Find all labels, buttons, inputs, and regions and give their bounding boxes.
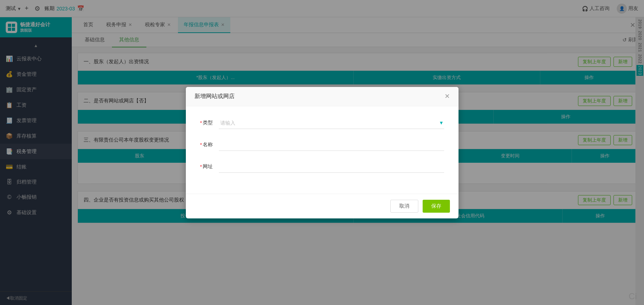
modal-add-website: 新增网站或网店 ✕ * 类型 ▾ * 名称 <box>186 87 459 218</box>
type-field-wrapper: ▾ <box>219 117 444 129</box>
form-label-type: * 类型 <box>200 120 215 126</box>
form-label-name: * 名称 <box>200 142 215 148</box>
type-dropdown-arrow[interactable]: ▾ <box>438 119 444 126</box>
form-field-type: * 类型 ▾ <box>200 117 444 129</box>
name-input[interactable] <box>219 139 444 151</box>
required-marker-url: * <box>200 164 202 170</box>
modal-close-button[interactable]: ✕ <box>445 93 450 100</box>
modal-header: 新增网站或网店 ✕ <box>186 87 459 106</box>
required-marker-name: * <box>200 142 202 148</box>
url-field-wrapper <box>219 161 444 173</box>
url-input[interactable] <box>219 161 444 172</box>
modal-footer: 取消 保存 <box>186 194 459 218</box>
cancel-button[interactable]: 取消 <box>390 200 418 213</box>
name-field-wrapper <box>219 139 444 151</box>
save-button[interactable]: 保存 <box>423 200 450 213</box>
required-marker-type: * <box>200 120 202 126</box>
form-label-url: * 网址 <box>200 163 215 170</box>
form-field-url: * 网址 <box>200 161 444 173</box>
modal-body: * 类型 ▾ * 名称 <box>186 106 459 194</box>
form-field-name: * 名称 <box>200 139 444 151</box>
modal-overlay: 新增网站或网店 ✕ * 类型 ▾ * 名称 <box>0 0 644 305</box>
type-input[interactable] <box>219 117 438 129</box>
modal-title: 新增网站或网店 <box>194 93 235 100</box>
